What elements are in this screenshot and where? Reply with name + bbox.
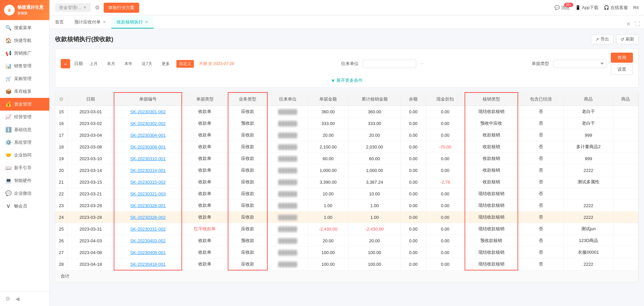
- sidebar-label-operations: 经营管理: [14, 114, 32, 120]
- sidebar-item-basic[interactable]: ℹ️ 基础信息: [0, 123, 49, 136]
- close-all-tabs-icon[interactable]: ✕: [625, 19, 632, 28]
- cell-no: 28: [55, 258, 67, 270]
- tab-receipt-exec-close[interactable]: ✕: [145, 20, 148, 24]
- cell-date: 2023-04-18: [67, 258, 114, 270]
- date-filter-label: 日期: [74, 61, 83, 67]
- chevron-down-icon: ▼: [331, 78, 335, 83]
- expand-conditions-button[interactable]: ▼ 展开更多条件: [331, 77, 363, 83]
- tab-home[interactable]: 首页: [50, 16, 69, 28]
- cell-partner: ██████: [267, 211, 308, 223]
- th-partner: 往来单位: [267, 93, 308, 106]
- sidebar-item-enterprise[interactable]: 🤝 企业协同: [0, 149, 49, 162]
- online-service-link[interactable]: 🎧 在线客服: [604, 5, 628, 11]
- table-header-row: ⚙ 日期 单据编号 单据类型 业务类型 往来单位 单据金额 累计核销金额 余额 …: [55, 93, 638, 106]
- cell-balance: 0.00: [401, 129, 426, 141]
- table-footer-row: 合计: [55, 270, 638, 282]
- tab-pre-receipt[interactable]: 预计应收付单 ✕: [69, 16, 111, 28]
- bill-no-link[interactable]: SK-20230331-002: [130, 227, 166, 232]
- cell-cash-discount: -70.00: [426, 141, 465, 153]
- page-header: 收款核销执行(按收款) ↗ 导出 ↺ 刷新: [55, 34, 639, 44]
- data-table: ⚙ 日期 单据编号 单据类型 业务类型 往来单位 单据金额 累计核销金额 余额 …: [55, 92, 638, 282]
- table-body: 15 2023-03-01 SK-20230301-002 收款单 应收款 ██…: [55, 106, 638, 270]
- date-btn-more[interactable]: 更多: [159, 60, 172, 68]
- bill-no-link[interactable]: SK-20230310-001: [130, 156, 166, 161]
- sidebar-item-purchase[interactable]: 🛒 采购管理: [0, 72, 49, 85]
- cell-bill-type: 收款单: [182, 165, 228, 176]
- industry-plan-button[interactable]: 体验行业方案: [104, 3, 139, 13]
- settings-bottom-icon[interactable]: ⚙: [5, 296, 10, 302]
- bill-no-link[interactable]: SK-20230403-002: [130, 238, 166, 243]
- cell-amount: 2,100.00: [308, 141, 348, 153]
- sidebar-item-finance[interactable]: 💰 资金管理: [0, 98, 49, 111]
- cell-date: 2023-03-02: [67, 118, 114, 129]
- date-btn-last-month[interactable]: 上月: [87, 60, 100, 68]
- filter-settings-button[interactable]: 设置: [611, 64, 633, 75]
- tab-receipt-exec[interactable]: 收款核销执行 ✕: [111, 16, 154, 28]
- cell-cumulative: 333.00: [348, 118, 401, 129]
- bill-no-link[interactable]: SK-20230321-003: [130, 191, 166, 196]
- sidebar-item-search[interactable]: 🔍 搜索菜单: [0, 21, 49, 34]
- cell-goods2: [613, 247, 638, 258]
- bill-no-link[interactable]: SK-20230315-002: [130, 180, 166, 185]
- refresh-button[interactable]: ↺ 刷新: [616, 34, 639, 44]
- bill-no-link[interactable]: SK-20230301-002: [130, 109, 166, 114]
- sidebar-item-hardware[interactable]: 💻 智能硬件: [0, 174, 49, 187]
- th-settings[interactable]: ⚙: [55, 93, 67, 106]
- cell-include-settled: 否: [518, 223, 564, 235]
- sidebar-item-operations[interactable]: 📈 经营管理: [0, 111, 49, 123]
- cell-writeoff-type: 现结收款核销: [465, 211, 518, 223]
- cell-amount: 60.00: [308, 153, 348, 165]
- query-button[interactable]: 查询: [611, 53, 633, 63]
- cell-bill-type: 收款单: [182, 247, 228, 258]
- sidebar-item-sales[interactable]: 📊 销售管理: [0, 60, 49, 72]
- messages-button[interactable]: 💬 消息 99+: [554, 5, 570, 11]
- bill-no-link[interactable]: SK-20230308-001: [130, 144, 166, 149]
- collapse-icon[interactable]: ◀: [15, 296, 19, 302]
- th-biz-type: 业务类型: [228, 93, 267, 106]
- filter-toggle-button[interactable]: »: [61, 59, 70, 68]
- cell-no: 16: [55, 118, 67, 129]
- export-button[interactable]: ↗ 导出: [591, 34, 613, 44]
- app-download-link[interactable]: 📱 App下载: [575, 5, 598, 11]
- main-area: 资金管理/... ▼ ⚙ 体验行业方案 💬 消息 99+ 📱 App下载 🎧 在…: [50, 0, 644, 306]
- date-btn-custom[interactable]: 自定义: [176, 60, 194, 68]
- cell-include-settled: 否: [518, 141, 564, 153]
- sidebar-label-guide: 新手引导: [14, 165, 32, 171]
- partner-filter-input[interactable]: [363, 60, 416, 68]
- cell-amount: 360.00: [308, 106, 348, 118]
- sidebar-item-wechat[interactable]: 💬 企业微信: [0, 187, 49, 200]
- date-btn-this-year[interactable]: 本年: [122, 60, 135, 68]
- sidebar-item-inventory[interactable]: 📦 库存核算: [0, 85, 49, 98]
- sidebar-item-guide[interactable]: 📖 新手引导: [0, 162, 49, 174]
- maximize-icon[interactable]: ⛶: [633, 20, 641, 28]
- cell-bill-type: 收款单: [182, 106, 228, 118]
- sidebar-item-marketing[interactable]: 📢 营销推广: [0, 47, 49, 60]
- bill-no-link[interactable]: SK-20230302-002: [130, 121, 166, 126]
- bill-no-link[interactable]: SK-20230408-001: [130, 250, 166, 255]
- cell-no: 25: [55, 223, 67, 235]
- tab-pre-receipt-close[interactable]: ✕: [103, 20, 106, 24]
- content-area: 收款核销执行(按收款) ↗ 导出 ↺ 刷新 » 日期 上月 本月: [50, 29, 644, 306]
- user-profile[interactable]: Rit: [633, 5, 639, 10]
- bill-no-link[interactable]: SK-20230418-001: [130, 262, 166, 267]
- cell-balance: 0.00: [401, 258, 426, 270]
- sidebar-item-system[interactable]: ⚙️ 系统管理: [0, 136, 49, 149]
- date-btn-this-month[interactable]: 本月: [104, 60, 118, 68]
- bill-no-link[interactable]: SK-20230304-001: [130, 133, 166, 138]
- bill-no-link[interactable]: SK-20230328-001: [130, 203, 166, 208]
- topbar-settings-icon[interactable]: ⚙: [94, 3, 101, 12]
- bill-no-link[interactable]: SK-20230314-001: [130, 168, 166, 173]
- sidebar-item-quicknav[interactable]: 🏠 快捷导航: [0, 34, 49, 47]
- cell-goods2: [613, 223, 638, 235]
- sidebar-item-member[interactable]: V 畅会员: [0, 200, 49, 212]
- voucher-type-select[interactable]: [553, 60, 607, 68]
- table-row: 22 2023-03-21 SK-20230321-003 收款单 应收款 ██…: [55, 188, 638, 200]
- bill-no-link[interactable]: SK-20230328-002: [130, 215, 166, 220]
- cell-balance: 0.00: [401, 200, 426, 211]
- column-settings-icon[interactable]: ⚙: [59, 96, 63, 102]
- filter-more-dots[interactable]: ···: [420, 61, 425, 67]
- date-btn-7days[interactable]: 近7天: [139, 60, 155, 68]
- cell-no: 21: [55, 176, 67, 188]
- cell-bill-no: SK-20230310-001: [114, 153, 182, 165]
- th-amount: 单据金额: [308, 93, 348, 106]
